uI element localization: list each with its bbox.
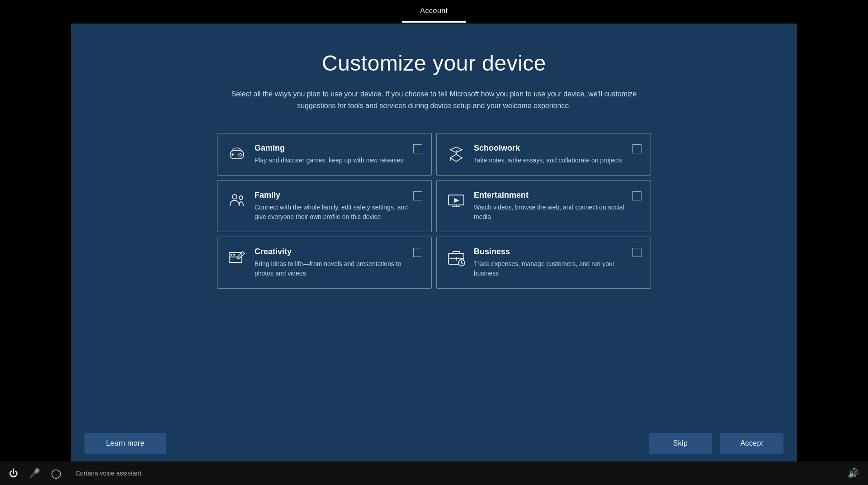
business-card-text: Business Track expenses, manage customer… [474, 247, 628, 278]
schoolwork-checkbox[interactable] [632, 144, 642, 153]
family-card[interactable]: Family Connect with the whole family, ed… [217, 180, 432, 232]
gaming-icon [226, 143, 247, 164]
right-buttons: Skip Accept [649, 433, 783, 454]
account-tab[interactable]: Account [402, 0, 466, 23]
volume-icon[interactable]: 🔊 [848, 468, 859, 479]
family-title: Family [255, 190, 409, 200]
entertainment-title: Entertainment [474, 190, 628, 200]
creativity-checkbox[interactable] [413, 248, 422, 257]
page-description: Select all the ways you plan to use your… [231, 88, 637, 111]
entertainment-checkbox[interactable] [632, 191, 642, 200]
business-checkbox[interactable] [632, 248, 642, 257]
cortana-icon[interactable]: ◯ [51, 468, 61, 479]
power-icon[interactable]: ⏻ [9, 468, 18, 479]
entertainment-icon [446, 190, 467, 211]
family-card-text: Family Connect with the whole family, ed… [255, 190, 409, 222]
svg-point-4 [241, 154, 242, 156]
entertainment-desc: Watch videos, browse the web, and connec… [474, 203, 628, 222]
schoolwork-card[interactable]: Schoolwork Take notes, write essays, and… [436, 133, 651, 176]
svg-point-5 [238, 154, 240, 156]
taskbar: ⏻ 🎤 ◯ Cortana voice assistant 🔊 [0, 461, 868, 485]
family-checkbox[interactable] [413, 191, 422, 200]
svg-marker-12 [454, 198, 459, 203]
gaming-card[interactable]: Gaming Play and discover games, keep up … [217, 133, 432, 176]
gaming-checkbox[interactable] [413, 144, 422, 153]
creativity-card[interactable]: Creativity Bring ideas to life—from nove… [217, 237, 432, 289]
creativity-title: Creativity [255, 247, 409, 257]
family-desc: Connect with the whole family, edit safe… [255, 203, 409, 222]
page-title: Customize your device [322, 51, 546, 76]
business-icon [446, 247, 467, 268]
schoolwork-desc: Take notes, write essays, and collaborat… [474, 156, 628, 165]
svg-point-3 [240, 153, 241, 154]
microphone-icon[interactable]: 🎤 [29, 468, 40, 479]
svg-point-14 [231, 254, 232, 256]
schoolwork-card-text: Schoolwork Take notes, write essays, and… [474, 143, 628, 165]
creativity-icon [226, 247, 247, 268]
business-desc: Track expenses, manage customers, and ru… [474, 259, 628, 278]
cortana-label: Cortana voice assistant [75, 470, 142, 477]
top-bar: Account [0, 0, 868, 23]
schoolwork-title: Schoolwork [474, 143, 628, 153]
accept-button[interactable]: Accept [720, 433, 783, 454]
gaming-title: Gaming [255, 143, 409, 153]
skip-button[interactable]: Skip [649, 433, 712, 454]
main-window: Customize your device Select all the way… [71, 24, 797, 461]
entertainment-card-text: Entertainment Watch videos, browse the w… [474, 190, 628, 222]
svg-point-6 [240, 156, 241, 157]
schoolwork-icon [446, 143, 467, 164]
gaming-card-text: Gaming Play and discover games, keep up … [255, 143, 409, 165]
business-title: Business [474, 247, 628, 257]
family-icon [226, 190, 247, 211]
gaming-desc: Play and discover games, keep up with ne… [255, 156, 409, 165]
cards-grid: Gaming Play and discover games, keep up … [217, 133, 651, 289]
business-card[interactable]: Business Track expenses, manage customer… [436, 237, 651, 289]
svg-point-8 [239, 196, 243, 200]
learn-more-button[interactable]: Learn more [85, 433, 166, 454]
entertainment-card[interactable]: Entertainment Watch videos, browse the w… [436, 180, 651, 232]
bottom-bar: Learn more Skip Accept [71, 425, 797, 461]
creativity-desc: Bring ideas to life—from novels and pres… [255, 259, 409, 278]
creativity-card-text: Creativity Bring ideas to life—from nove… [255, 247, 409, 278]
svg-point-7 [232, 195, 237, 199]
taskbar-left: ⏻ 🎤 ◯ Cortana voice assistant [9, 468, 142, 479]
content-area: Customize your device Select all the way… [71, 24, 797, 425]
svg-point-15 [233, 254, 235, 256]
